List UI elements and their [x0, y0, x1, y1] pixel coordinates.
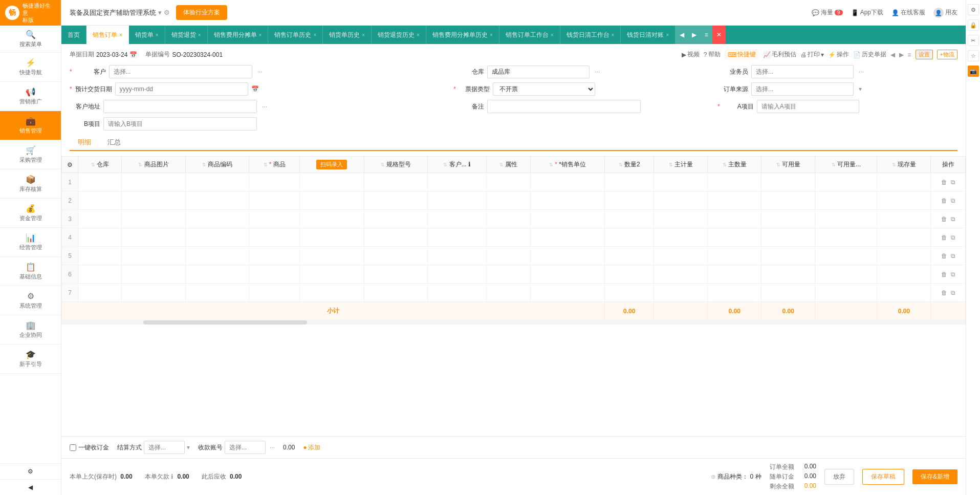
row-7-available[interactable]	[761, 284, 815, 302]
settings-top-btn[interactable]: 设置	[916, 50, 933, 59]
tab-refund-history[interactable]: 销货退货历史 ×	[372, 26, 426, 44]
row-5-qty2[interactable]	[605, 247, 654, 265]
col-settings[interactable]: ⚙	[62, 157, 78, 173]
row-5-spec[interactable]	[364, 247, 428, 265]
sidebar-item-guide[interactable]: 🎓 新手引导	[0, 345, 61, 374]
sidebar-item-quick-nav[interactable]: ⚡ 快捷导航	[0, 53, 61, 82]
row-2-available2[interactable]	[815, 191, 877, 210]
discard-button[interactable]: 放弃	[824, 469, 854, 485]
row-1-sales-unit[interactable]	[530, 173, 604, 191]
row-2-sales-unit[interactable]	[530, 191, 604, 210]
sidebar-item-finance[interactable]: 💰 资金管理	[0, 199, 61, 228]
row-4-current-stock[interactable]	[877, 228, 931, 247]
right-panel-lock-btn[interactable]: 🔒	[968, 19, 979, 31]
messages-btn[interactable]: 💬 海量 9	[812, 8, 843, 17]
row-6-attribute[interactable]	[487, 265, 530, 284]
date-value[interactable]: 2023-03-24	[96, 51, 127, 58]
row-5-warehouse[interactable]	[78, 247, 122, 265]
a-project-input[interactable]	[757, 100, 859, 113]
row-1-current-stock[interactable]	[877, 173, 931, 191]
row-2-available[interactable]	[761, 191, 815, 210]
row-1-scan[interactable]	[299, 173, 364, 191]
tab-close-expense-split[interactable]: ×	[259, 32, 262, 38]
row-3-copy-icon[interactable]: ⧉	[951, 216, 955, 223]
row-6-scan[interactable]	[299, 265, 364, 284]
row-2-main-unit[interactable]	[654, 191, 708, 210]
row-4-scan[interactable]	[299, 228, 364, 247]
row-6-available2[interactable]	[815, 265, 877, 284]
row-2-main-qty[interactable]	[708, 191, 761, 210]
tab-close-sales-refund[interactable]: ×	[198, 32, 201, 38]
row-3-available2[interactable]	[815, 210, 877, 228]
row-3-delete-icon[interactable]: 🗑	[941, 216, 947, 223]
sidebar-item-search-menu[interactable]: 🔍 搜索菜单	[0, 26, 61, 53]
row-4-customer-info[interactable]	[428, 228, 487, 247]
row-3-current-stock[interactable]	[877, 210, 931, 228]
row-2-spec[interactable]	[364, 191, 428, 210]
row-5-main-qty[interactable]	[708, 247, 761, 265]
list-view-icon[interactable]: ≡	[908, 51, 911, 58]
row-4-available[interactable]	[761, 228, 815, 247]
account-input[interactable]	[225, 441, 266, 454]
row-4-product-code[interactable]	[185, 228, 249, 247]
horizontal-scrollbar[interactable]	[143, 320, 307, 325]
row-3-main-qty[interactable]	[708, 210, 761, 228]
customer-more-icon[interactable]: ···	[257, 68, 263, 75]
row-4-available2[interactable]	[815, 228, 877, 247]
salesman-more-icon[interactable]: ···	[859, 68, 864, 75]
delivery-calendar-icon[interactable]: 📅	[251, 85, 259, 93]
row-5-customer-info[interactable]	[428, 247, 487, 265]
row-4-copy-icon[interactable]: ⧉	[951, 234, 955, 241]
row-7-customer-info[interactable]	[428, 284, 487, 302]
row-3-main-unit[interactable]	[654, 210, 708, 228]
row-3-warehouse[interactable]	[78, 210, 122, 228]
invoice-type-select[interactable]: 不开票	[493, 82, 595, 96]
row-6-delete-icon[interactable]: 🗑	[941, 271, 947, 278]
tab-close-all-btn[interactable]: ✕	[712, 26, 726, 44]
row-3-available[interactable]	[761, 210, 815, 228]
sort-icon-main-qty[interactable]: ⇅	[723, 162, 727, 167]
customer-input[interactable]	[109, 65, 252, 78]
sidebar-item-sales[interactable]: 💼 销售管理	[0, 111, 61, 140]
tab-receivable-workbench[interactable]: 钱货日清工作台 ×	[560, 26, 621, 44]
sidebar-item-enterprise[interactable]: 🏢 企业协同	[0, 315, 61, 345]
tab-close-return-history[interactable]: ×	[362, 32, 365, 38]
row-7-qty2[interactable]	[605, 284, 654, 302]
row-1-warehouse[interactable]	[78, 173, 122, 191]
b-project-input[interactable]	[103, 117, 257, 131]
row-6-warehouse[interactable]	[78, 265, 122, 284]
address-input[interactable]	[103, 100, 257, 113]
row-7-warehouse[interactable]	[78, 284, 122, 302]
operation-btn[interactable]: ⚡ 操作	[828, 50, 849, 59]
calendar-icon[interactable]: 📅	[129, 51, 137, 58]
scan-input-btn[interactable]: 扫码录入	[316, 160, 347, 169]
row-4-sales-unit[interactable]	[530, 228, 604, 247]
row-1-customer-info[interactable]	[428, 173, 487, 191]
online-service-btn[interactable]: 👤 在线客服	[891, 8, 925, 17]
row-2-warehouse[interactable]	[78, 191, 122, 210]
table-settings-icon[interactable]: ⚙	[67, 161, 73, 168]
row-6-product-image[interactable]	[122, 265, 186, 284]
warehouse-more-icon[interactable]: ···	[595, 68, 600, 75]
tab-home[interactable]: 首页	[61, 26, 86, 44]
app-download-btn[interactable]: 📱 App下载	[851, 8, 883, 17]
order-source-dropdown-icon[interactable]: ▾	[859, 85, 862, 93]
row-4-product-image[interactable]	[122, 228, 186, 247]
row-7-product-image[interactable]	[122, 284, 186, 302]
row-1-spec[interactable]	[364, 173, 428, 191]
row-5-product-image[interactable]	[122, 247, 186, 265]
preview-btn[interactable]: ▶ 视频	[682, 50, 700, 59]
sort-icon-attribute[interactable]: ⇅	[499, 162, 504, 167]
row-5-product-name[interactable]	[249, 247, 299, 265]
row-6-qty2[interactable]	[605, 265, 654, 284]
row-3-product-image[interactable]	[122, 210, 186, 228]
tab-close-receivable-reconcile[interactable]: ×	[666, 32, 669, 38]
row-5-delete-icon[interactable]: 🗑	[941, 252, 947, 260]
row-7-main-qty[interactable]	[708, 284, 761, 302]
row-1-delete-icon[interactable]: 🗑	[941, 179, 947, 186]
print-btn[interactable]: 🖨 打印 ▾	[800, 50, 824, 59]
right-panel-star-btn[interactable]: ☆	[968, 50, 979, 61]
tab-close-sales-order[interactable]: ×	[119, 32, 122, 38]
row-2-product-image[interactable]	[122, 191, 186, 210]
tab-close-sales-return[interactable]: ×	[156, 32, 159, 38]
